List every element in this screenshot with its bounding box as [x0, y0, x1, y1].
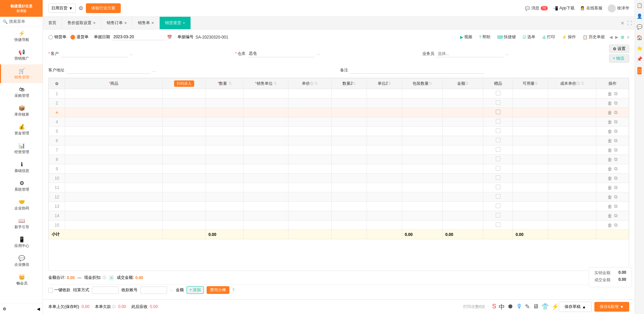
tab-price-extract[interactable]: 售价提取设置 ✕	[62, 17, 101, 29]
sidebar-item-sales[interactable]: 🛒 销售管理	[0, 64, 43, 83]
add-row-btn[interactable]: +	[55, 110, 58, 115]
tab-close-icon[interactable]: ✕	[124, 21, 127, 25]
add-btn[interactable]: + 添加	[186, 286, 204, 294]
tab-close-icon[interactable]: ✕	[182, 21, 185, 25]
rs-icon-3[interactable]: 💬	[637, 24, 642, 29]
shortcut-btn[interactable]: ⌨ 快捷键	[495, 34, 518, 41]
sidebar-item-enterprise[interactable]: 🤝 企业协同	[0, 195, 43, 214]
delete-icon[interactable]: 🗑	[607, 147, 612, 153]
sidebar-item-operations[interactable]: 📊 经营管理	[0, 139, 43, 158]
salesperson-dots[interactable]: ...	[505, 51, 509, 56]
product-cell[interactable]	[65, 89, 162, 99]
gift-checkbox[interactable]	[496, 194, 500, 199]
tool-icon-5[interactable]: ✎	[525, 303, 530, 311]
address-input[interactable]	[66, 67, 150, 74]
product-cell[interactable]	[65, 145, 162, 155]
tab-sales-return[interactable]: 销货退货 ✕	[160, 17, 191, 29]
delete-icon[interactable]: 🗑	[607, 204, 612, 209]
collapse-icon[interactable]: ◀	[37, 307, 40, 311]
product-cell[interactable]	[65, 108, 162, 117]
online-service-btn[interactable]: 👩‍💼 在线客服	[580, 5, 602, 11]
col-settings[interactable]: ⚙	[49, 78, 65, 89]
operate-btn[interactable]: ⚡ 操作	[560, 34, 578, 41]
product-cell[interactable]	[65, 136, 162, 145]
product-cell[interactable]	[65, 221, 162, 230]
gift-cell[interactable]	[483, 211, 513, 221]
tab-home[interactable]: 首页	[43, 17, 62, 29]
gift-checkbox[interactable]	[496, 185, 500, 189]
radio-return[interactable]: 退货单	[70, 34, 89, 40]
rs-icon-4[interactable]: 🏠	[637, 35, 642, 40]
copy-icon[interactable]: ⧉	[614, 194, 618, 200]
delete-icon[interactable]: 🗑	[607, 91, 612, 97]
gift-checkbox[interactable]	[496, 147, 500, 152]
settings-btn[interactable]: ⚙ 设置	[609, 45, 629, 53]
gift-cell[interactable]	[483, 89, 513, 99]
rs-icon-1[interactable]: 📋	[637, 3, 642, 8]
sidebar-item-wechat[interactable]: 💬 企业微信	[0, 252, 43, 270]
gift-cell[interactable]	[483, 127, 513, 136]
tab-sales-single[interactable]: 销售单 ✕	[132, 17, 160, 29]
gift-checkbox[interactable]	[496, 213, 500, 217]
tool-icon-7[interactable]: 👕	[541, 303, 549, 311]
tool-icon-1[interactable]: S	[492, 303, 496, 311]
gift-cell[interactable]	[483, 155, 513, 164]
help-btn[interactable]: ? 帮助	[477, 34, 492, 41]
product-cell[interactable]	[65, 99, 162, 108]
tool-icon-3[interactable]: ⏺	[507, 303, 514, 311]
gift-checkbox[interactable]	[496, 100, 500, 105]
gift-checkbox[interactable]	[496, 222, 500, 227]
select-btn[interactable]: ☑ 选单	[521, 34, 537, 41]
gift-cell[interactable]	[483, 108, 513, 117]
copy-icon[interactable]: ⧉	[614, 110, 618, 115]
arrow-left-icon[interactable]: ◀	[609, 35, 612, 40]
rs-icon-6[interactable]: 📌	[637, 56, 642, 62]
settlement-input[interactable]	[92, 287, 119, 294]
sidebar-item-finance[interactable]: 💰 资金管理	[0, 120, 43, 139]
product-cell[interactable]	[65, 127, 162, 136]
tab-sales-order[interactable]: 销售订单 ✕	[101, 17, 132, 29]
delete-icon[interactable]: 🗑	[607, 194, 612, 200]
copy-icon[interactable]: ⧉	[614, 147, 618, 153]
tool-icon-4[interactable]: 🎙	[516, 303, 522, 311]
tab-close-icon[interactable]: ✕	[93, 21, 96, 25]
gift-checkbox[interactable]	[496, 203, 500, 208]
copy-icon[interactable]: ⧉	[614, 100, 618, 106]
col-scan[interactable]: 扫码录入	[162, 78, 206, 89]
sidebar-item-member[interactable]: 👑 畅会员	[0, 270, 43, 289]
sidebar-search[interactable]: 🔍 搜索菜单	[0, 17, 43, 27]
product-cell[interactable]	[65, 202, 162, 211]
copy-icon[interactable]: ⧉	[614, 138, 618, 143]
sidebar-item-newuser[interactable]: 📖 新手引导	[0, 214, 43, 233]
tool-icon-8[interactable]: ⚡	[551, 303, 559, 311]
industry-selector[interactable]: 日用百货 ▼	[48, 4, 76, 13]
scan-btn[interactable]: 扫码录入	[174, 80, 194, 87]
delete-icon[interactable]: 🗑	[607, 129, 612, 134]
salesperson-input[interactable]	[436, 50, 503, 57]
expand-icon[interactable]: ⛶	[627, 20, 632, 26]
gift-cell[interactable]	[483, 192, 513, 202]
sidebar-item-marketing[interactable]: 📢 营销推广	[0, 46, 43, 64]
gift-cell[interactable]	[483, 99, 513, 108]
copy-icon[interactable]: ⧉	[614, 213, 618, 218]
product-input[interactable]	[67, 110, 160, 115]
delete-icon[interactable]: 🗑	[607, 185, 612, 190]
copy-icon[interactable]: ⧉	[614, 175, 618, 181]
tool-icon-6[interactable]: 🖥	[533, 303, 539, 311]
delete-icon[interactable]: 🗑	[607, 101, 612, 106]
user-info[interactable]: 徐泽华	[608, 4, 629, 12]
product-cell[interactable]	[65, 211, 162, 221]
history-btn[interactable]: 📋 历史单据	[581, 34, 607, 41]
gift-checkbox[interactable]	[496, 119, 500, 124]
delete-icon[interactable]: 🗑	[607, 166, 612, 172]
sidebar-item-quicknav[interactable]: ⚡ 快捷导航	[0, 27, 43, 46]
copy-icon[interactable]: ⧉	[614, 119, 618, 125]
gift-checkbox[interactable]	[496, 91, 500, 96]
product-cell[interactable]	[65, 117, 162, 127]
remark-input[interactable]	[350, 67, 484, 74]
sidebar-item-inventory[interactable]: 📦 库存核算	[0, 102, 43, 120]
copy-icon[interactable]: ⧉	[614, 156, 618, 162]
tab-close-icon[interactable]: ✕	[151, 21, 154, 25]
one-click-payment[interactable]: 一键收款	[48, 287, 70, 293]
copy-icon[interactable]: ⧉	[614, 185, 618, 190]
